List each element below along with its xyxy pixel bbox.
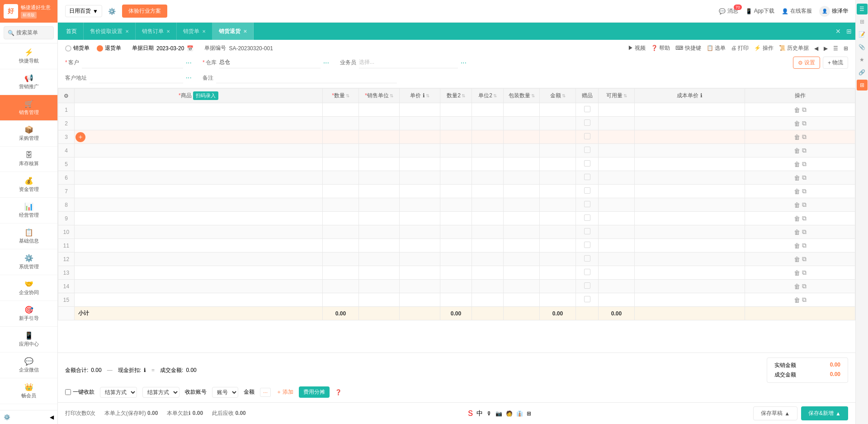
unit2-cell-2[interactable]	[472, 117, 504, 130]
amount-cell-1[interactable]	[540, 103, 576, 117]
unit2-cell-13[interactable]	[472, 266, 504, 280]
gift-checkbox-1[interactable]	[584, 106, 590, 112]
radio-delivery[interactable]: 销货单	[65, 44, 90, 52]
unit2-cell-3[interactable]	[472, 130, 504, 144]
qty-cell-1[interactable]	[323, 103, 359, 117]
available-cell-14[interactable]	[599, 280, 635, 293]
product-cell-4[interactable]	[75, 144, 323, 157]
right-panel-note[interactable]: 📝	[857, 29, 868, 40]
unit2-cell-4[interactable]	[472, 144, 504, 157]
save-new-btn[interactable]: 保存&新增 ▲	[801, 406, 848, 420]
amount-cell-2[interactable]	[540, 117, 576, 130]
warehouse-select-btn[interactable]: ···	[323, 59, 329, 67]
delete-row-btn-9[interactable]: 🗑	[794, 214, 800, 222]
sidebar-item-finance[interactable]: 💰 资金管理	[0, 172, 57, 198]
add-row-btn[interactable]: ＋	[75, 132, 85, 142]
right-panel-link[interactable]: 🔗	[857, 67, 868, 78]
tab-sales-order[interactable]: 销售订单✕	[136, 23, 177, 40]
cost-price-cell-6[interactable]	[635, 171, 745, 185]
online-service-item[interactable]: 👤 在线客服	[782, 7, 812, 15]
delete-row-btn-14[interactable]: 🗑	[794, 282, 800, 290]
gift-cell-9[interactable]	[576, 212, 599, 225]
gift-cell-2[interactable]	[576, 117, 599, 130]
product-cell-15[interactable]	[75, 293, 323, 307]
unit2-cell-12[interactable]	[472, 252, 504, 266]
product-cell-7[interactable]	[75, 185, 323, 198]
qty2-cell-15[interactable]	[440, 293, 472, 307]
product-cell-14[interactable]	[75, 280, 323, 293]
action-select[interactable]: 📋 选单	[707, 44, 726, 52]
cost-price-cell-14[interactable]	[635, 280, 745, 293]
gift-cell-13[interactable]	[576, 266, 599, 280]
sidebar-item-guide[interactable]: 🎯 新手引导	[0, 301, 57, 327]
next-record-btn[interactable]: ▶	[824, 45, 828, 52]
pack-qty-cell-10[interactable]	[504, 225, 540, 239]
settings-side-btn[interactable]: ⚙ 设置	[793, 57, 820, 69]
tab-price-settings[interactable]: 售价提取设置✕	[84, 23, 136, 40]
experience-btn[interactable]: 体验行业方案	[122, 5, 167, 18]
logistics-side-btn[interactable]: + 物流	[823, 57, 848, 69]
one-click-checkbox[interactable]	[65, 389, 71, 395]
gift-checkbox-8[interactable]	[584, 201, 590, 207]
product-cell-5[interactable]	[75, 157, 323, 171]
salesperson-select-btn[interactable]: ···	[461, 59, 467, 67]
pack-qty-cell-9[interactable]	[504, 212, 540, 225]
cost-price-cell-11[interactable]	[635, 239, 745, 252]
available-cell-9[interactable]	[599, 212, 635, 225]
amount-cell-3[interactable]	[540, 130, 576, 144]
copy-row-btn-7[interactable]: ⧉	[802, 187, 807, 195]
tool-icon-mic[interactable]: 🎙	[486, 410, 492, 417]
unit2-cell-5[interactable]	[472, 157, 504, 171]
calendar-icon[interactable]: 📅	[187, 45, 193, 52]
qty-cell-8[interactable]	[323, 198, 359, 212]
qty-cell-4[interactable]	[323, 144, 359, 157]
pack-qty-cell-8[interactable]	[504, 198, 540, 212]
product-cell-1[interactable]	[75, 103, 323, 117]
sidebar-item-system[interactable]: ⚙️ 系统管理	[0, 249, 57, 275]
daily-category-select[interactable]: 日用百货 ▼	[65, 5, 102, 17]
account-select[interactable]: 账号	[212, 387, 238, 398]
copy-row-btn-12[interactable]: ⧉	[802, 255, 807, 263]
gift-cell-6[interactable]	[576, 171, 599, 185]
sidebar-item-app-center[interactable]: 📱 应用中心	[0, 327, 57, 353]
save-draft-btn[interactable]: 保存草稿 ▲	[753, 406, 797, 420]
pack-qty-cell-14[interactable]	[504, 280, 540, 293]
gift-cell-3[interactable]	[576, 130, 599, 144]
unit-price-cell-4[interactable]	[400, 144, 440, 157]
qty2-cell-12[interactable]	[440, 252, 472, 266]
sidebar-item-quick-nav[interactable]: ⚡ 快捷导航	[0, 43, 57, 69]
product-cell-9[interactable]	[75, 212, 323, 225]
tool-icon-person[interactable]: 🧑	[506, 410, 513, 417]
qty2-cell-5[interactable]	[440, 157, 472, 171]
salesperson-input[interactable]: 选择...	[359, 57, 458, 68]
qty2-cell-7[interactable]	[440, 185, 472, 198]
qty2-cell-9[interactable]	[440, 212, 472, 225]
qty2-cell-10[interactable]	[440, 225, 472, 239]
product-cell-6[interactable]	[75, 171, 323, 185]
delete-row-btn-2[interactable]: 🗑	[794, 119, 800, 127]
qty2-cell-6[interactable]	[440, 171, 472, 185]
copy-row-btn-15[interactable]: ⧉	[802, 296, 807, 304]
sales-unit-cell-10[interactable]	[359, 225, 400, 239]
qty2-cell-3[interactable]	[440, 130, 472, 144]
unit-price-cell-12[interactable]	[400, 252, 440, 266]
cost-price-cell-12[interactable]	[635, 252, 745, 266]
cost-price-cell-5[interactable]	[635, 157, 745, 171]
product-cell-13[interactable]	[75, 266, 323, 280]
gift-checkbox-9[interactable]	[584, 214, 590, 221]
gift-checkbox-15[interactable]	[584, 296, 590, 302]
qty-cell-11[interactable]	[323, 239, 359, 252]
tool-icon-zhong[interactable]: 中	[476, 410, 483, 418]
sales-unit-cell-11[interactable]	[359, 239, 400, 252]
action-history[interactable]: 📜 历史单据	[779, 44, 809, 52]
warehouse-input[interactable]: 总仓	[219, 57, 321, 68]
unit-price-cell-7[interactable]	[400, 185, 440, 198]
delete-row-btn-15[interactable]: 🗑	[794, 296, 800, 304]
expand-tab-btn[interactable]: ⊞	[844, 26, 854, 37]
search-menu-button[interactable]: 🔍 搜索菜单	[4, 26, 54, 39]
qty2-cell-8[interactable]	[440, 198, 472, 212]
product-cell-11[interactable]	[75, 239, 323, 252]
expense-btn[interactable]: 费用分摊	[299, 386, 330, 398]
add-payment-btn[interactable]: ＋ 添加	[276, 388, 293, 396]
gift-checkbox-4[interactable]	[584, 147, 590, 153]
